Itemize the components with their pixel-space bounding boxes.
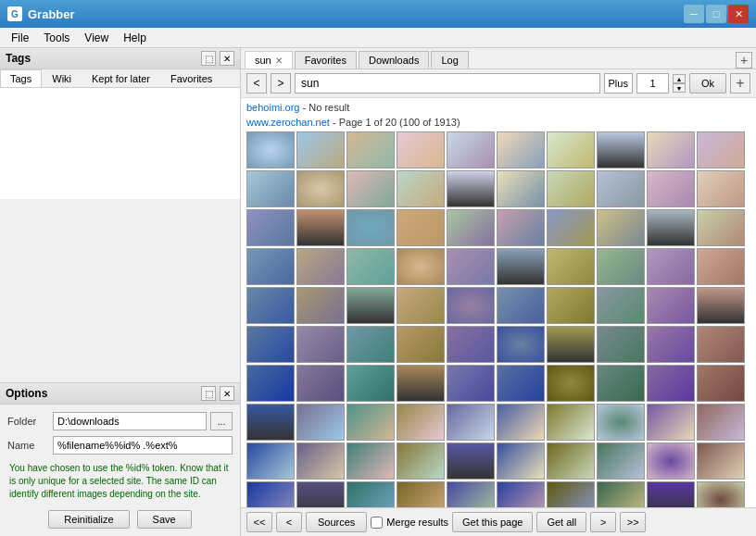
thumbnail[interactable] [497, 287, 545, 324]
prev-page-button[interactable]: < [276, 512, 302, 532]
thumbnail[interactable] [296, 443, 345, 480]
thumbnail[interactable] [597, 481, 645, 507]
options-undock-button[interactable]: ⬚ [201, 386, 216, 401]
page-down-button[interactable]: ▼ [673, 83, 686, 93]
get-all-button[interactable]: Get all [536, 512, 586, 532]
tab-wiki[interactable]: Wiki [42, 69, 82, 87]
options-close-button[interactable]: ✕ [220, 386, 234, 401]
browse-button[interactable]: ... [210, 412, 233, 430]
thumbnail[interactable] [547, 443, 595, 480]
thumbnail[interactable] [647, 443, 695, 480]
thumbnail[interactable] [447, 443, 495, 480]
thumbnail[interactable] [346, 131, 395, 168]
thumbnail[interactable] [246, 131, 295, 168]
tab-kept-for-later[interactable]: Kept for later [82, 69, 160, 87]
thumbnail[interactable] [547, 404, 595, 441]
thumbnail[interactable] [246, 209, 295, 246]
thumbnail[interactable] [447, 404, 495, 441]
thumbnail[interactable] [346, 209, 395, 246]
thumbnail[interactable] [447, 209, 495, 246]
zerochan-link[interactable]: www.zerochan.net [246, 117, 330, 128]
tab-log[interactable]: Log [431, 51, 468, 69]
thumbnail[interactable] [697, 131, 745, 168]
thumbnail[interactable] [597, 404, 645, 441]
thumbnail[interactable] [296, 404, 345, 441]
reinitialize-button[interactable]: Reinitialize [48, 510, 129, 529]
thumbnail[interactable] [597, 365, 645, 402]
thumbnail[interactable] [397, 404, 445, 441]
thumbnail[interactable] [547, 209, 595, 246]
thumbnail[interactable] [547, 248, 595, 285]
thumbnail[interactable] [246, 365, 295, 402]
folder-input[interactable] [53, 412, 207, 430]
first-page-button[interactable]: << [246, 512, 272, 532]
tab-tags[interactable]: Tags [0, 69, 42, 87]
thumbnail[interactable] [697, 481, 745, 507]
thumbnail[interactable] [697, 404, 745, 441]
thumbnail[interactable] [397, 287, 445, 324]
thumbnail[interactable] [397, 443, 445, 480]
thumbnail[interactable] [346, 481, 395, 507]
sources-button[interactable]: Sources [306, 512, 367, 532]
thumbnail[interactable] [447, 287, 495, 324]
tags-close-button[interactable]: ✕ [220, 51, 234, 66]
tab-downloads[interactable]: Downloads [359, 51, 429, 69]
thumbnail[interactable] [447, 326, 495, 363]
save-button[interactable]: Save [137, 510, 192, 529]
thumbnail[interactable] [296, 170, 345, 207]
thumbnail[interactable] [597, 170, 645, 207]
thumbnail[interactable] [296, 248, 345, 285]
thumbnail[interactable] [697, 326, 745, 363]
last-page-button[interactable]: >> [620, 512, 646, 532]
thumbnail[interactable] [697, 248, 745, 285]
page-input[interactable] [636, 73, 669, 93]
thumbnail[interactable] [647, 209, 695, 246]
close-button[interactable]: ✕ [728, 5, 749, 23]
page-up-button[interactable]: ▲ [673, 74, 686, 83]
thumbnail[interactable] [246, 170, 295, 207]
thumbnail[interactable] [497, 481, 545, 507]
thumbnail[interactable] [397, 209, 445, 246]
tab-sun[interactable]: sun ✕ [245, 51, 293, 69]
thumbnail[interactable] [547, 170, 595, 207]
thumbnail[interactable] [346, 326, 395, 363]
get-page-button[interactable]: Get this page [452, 512, 533, 532]
thumbnail[interactable] [647, 287, 695, 324]
thumbnail[interactable] [647, 365, 695, 402]
thumbnail[interactable] [346, 365, 395, 402]
thumbnail[interactable] [497, 443, 545, 480]
thumbnail[interactable] [697, 287, 745, 324]
thumbnail[interactable] [647, 170, 695, 207]
thumbnail[interactable] [346, 404, 395, 441]
thumbnail[interactable] [697, 209, 745, 246]
thumbnail[interactable] [346, 287, 395, 324]
thumbnail[interactable] [296, 287, 345, 324]
thumbnail[interactable] [547, 131, 595, 168]
thumbnail[interactable] [497, 365, 545, 402]
menu-file[interactable]: File [4, 30, 36, 46]
thumbnail[interactable] [346, 248, 395, 285]
maximize-button[interactable]: □ [706, 5, 726, 23]
thumbnail[interactable] [296, 209, 345, 246]
thumbnail[interactable] [597, 248, 645, 285]
menu-tools[interactable]: Tools [36, 30, 77, 46]
name-input[interactable] [53, 436, 233, 455]
thumbnail[interactable] [447, 365, 495, 402]
thumbnail[interactable] [597, 287, 645, 324]
thumbnail[interactable] [296, 365, 345, 402]
thumbnail[interactable] [296, 326, 345, 363]
thumbnail[interactable] [597, 443, 645, 480]
thumbnail[interactable] [397, 326, 445, 363]
tab-favorites[interactable]: Favorites [295, 51, 357, 69]
thumbnail[interactable] [397, 365, 445, 402]
thumbnail[interactable] [397, 248, 445, 285]
thumbnail[interactable] [447, 170, 495, 207]
thumbnail[interactable] [547, 365, 595, 402]
thumbnail[interactable] [397, 481, 445, 507]
thumbnail[interactable] [647, 326, 695, 363]
forward-button[interactable]: > [271, 73, 291, 93]
thumbnail[interactable] [447, 481, 495, 507]
search-input[interactable] [295, 73, 600, 93]
thumbnail[interactable] [447, 131, 495, 168]
thumbnail[interactable] [246, 443, 295, 480]
